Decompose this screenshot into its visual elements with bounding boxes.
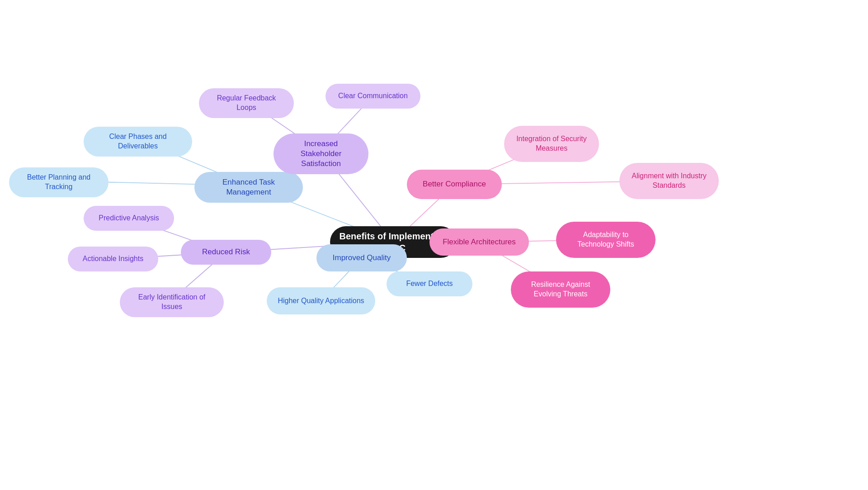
fewer-defects-node: Fewer Defects	[387, 271, 472, 296]
better-planning-node: Better Planning and Tracking	[9, 167, 108, 197]
better-compliance-node: Better Compliance	[407, 170, 502, 199]
improved-quality-node: Improved Quality	[316, 244, 407, 271]
reduced-risk-node: Reduced Risk	[181, 240, 271, 265]
resilience-node: Resilience Against Evolving Threats	[511, 271, 610, 308]
clear-phases-node: Clear Phases and Deliverables	[84, 127, 192, 157]
regular-feedback-node: Regular Feedback Loops	[199, 88, 294, 118]
higher-quality-node: Higher Quality Applications	[267, 287, 375, 314]
mind-map: Benefits of Implementing SDLCEnhanced Ta…	[0, 0, 868, 490]
predictive-node: Predictive Analysis	[84, 206, 174, 231]
enhanced-task-node: Enhanced Task Management	[194, 172, 303, 203]
flexible-arch-node: Flexible Architectures	[429, 228, 529, 256]
clear-comm-node: Clear Communication	[326, 84, 420, 109]
integration-security-node: Integration of Security Measures	[504, 126, 599, 162]
actionable-node: Actionable Insights	[68, 247, 158, 271]
alignment-industry-node: Alignment with Industry Standards	[619, 163, 719, 199]
adaptability-node: Adaptability to Technology Shifts	[556, 222, 656, 258]
early-id-node: Early Identification of Issues	[120, 287, 224, 317]
increased-satisfaction-node: Increased Stakeholder Satisfaction	[274, 133, 368, 174]
